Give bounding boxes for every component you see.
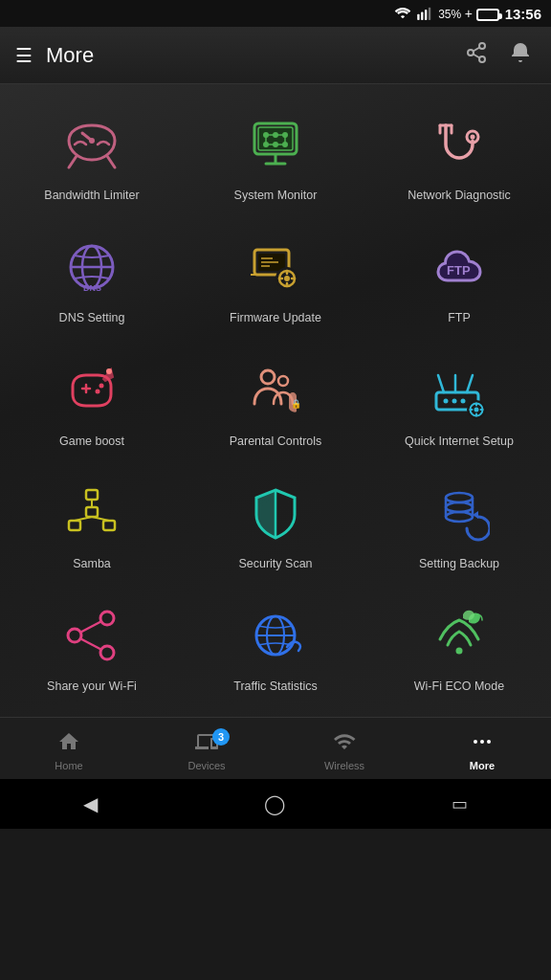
svg-line-8 xyxy=(474,47,480,51)
dns-setting-icon: DNS xyxy=(58,234,125,301)
svg-point-63 xyxy=(452,398,457,403)
android-nav-bar: ◀ ◯ ▭ xyxy=(0,779,551,829)
share-icon[interactable] xyxy=(461,37,492,74)
svg-point-28 xyxy=(471,135,475,140)
grid-item-share-wifi[interactable]: Share your Wi-Fi xyxy=(0,585,184,707)
samba-label: Samba xyxy=(73,556,111,571)
nav-item-more[interactable]: More xyxy=(413,726,551,771)
devices-badge: 3 xyxy=(212,728,230,746)
grid-item-game-boost[interactable]: Game boost xyxy=(0,340,184,462)
svg-point-52 xyxy=(99,383,104,388)
more-icon xyxy=(471,730,494,757)
more-label: More xyxy=(470,760,495,771)
svg-point-90 xyxy=(100,646,114,659)
svg-text:🔒: 🔒 xyxy=(291,398,302,410)
svg-rect-2 xyxy=(425,10,427,20)
ftp-icon: FTP xyxy=(426,234,493,301)
svg-point-44 xyxy=(284,276,290,281)
svg-line-92 xyxy=(81,639,101,650)
grid-item-traffic-statistics[interactable]: Traffic Statistics xyxy=(184,585,367,707)
quick-internet-setup-label: Quick Internet Setup xyxy=(405,434,514,449)
grid-item-network-diagnostic[interactable]: Network Diagnostic xyxy=(367,94,551,216)
back-button[interactable]: ◀ xyxy=(83,792,98,815)
notification-bell-icon[interactable] xyxy=(505,37,536,74)
ftp-label: FTP xyxy=(448,310,471,325)
svg-point-6 xyxy=(479,56,485,62)
signal-icon xyxy=(417,7,432,20)
parental-controls-icon: 🔒 xyxy=(242,357,309,424)
nav-item-home[interactable]: Home xyxy=(0,726,138,771)
system-monitor-label: System Monitor xyxy=(234,188,318,203)
svg-point-10 xyxy=(89,138,95,144)
svg-point-86 xyxy=(446,512,473,522)
svg-rect-73 xyxy=(69,521,80,530)
grid-item-firmware-update[interactable]: Firmware Update xyxy=(184,216,367,339)
traffic-statistics-label: Traffic Statistics xyxy=(233,679,318,694)
svg-point-96 xyxy=(456,648,463,655)
svg-rect-75 xyxy=(86,507,98,517)
svg-point-89 xyxy=(68,629,81,642)
network-diagnostic-icon xyxy=(426,111,493,178)
devices-label: Devices xyxy=(187,760,225,771)
game-boost-label: Game boost xyxy=(59,434,124,449)
svg-point-54 xyxy=(106,368,112,374)
svg-point-55 xyxy=(261,370,275,384)
grid-item-ftp[interactable]: FTP FTP xyxy=(367,216,551,339)
svg-text:DNS: DNS xyxy=(83,283,101,293)
features-grid: Bandwidth Limiter xyxy=(0,84,551,717)
svg-rect-0 xyxy=(417,14,419,20)
svg-point-98 xyxy=(480,740,484,744)
grid-item-parental-controls[interactable]: 🔒 Parental Controls xyxy=(184,340,367,462)
svg-rect-3 xyxy=(429,8,430,20)
svg-line-77 xyxy=(75,517,92,521)
share-wifi-label: Share your Wi-Fi xyxy=(47,679,137,694)
setting-backup-icon xyxy=(426,479,493,546)
nav-item-wireless[interactable]: Wireless xyxy=(276,726,413,771)
grid-item-wifi-eco[interactable]: Wi-Fi ECO Mode xyxy=(367,585,551,707)
samba-icon xyxy=(58,479,125,546)
share-wifi-icon xyxy=(58,602,125,669)
svg-point-83 xyxy=(446,502,473,512)
home-label: Home xyxy=(55,760,82,771)
quick-internet-setup-icon xyxy=(426,357,493,424)
grid-item-bandwidth-limiter[interactable]: Bandwidth Limiter xyxy=(0,94,184,216)
svg-line-61 xyxy=(467,375,473,392)
wireless-icon xyxy=(333,730,356,757)
nav-item-devices[interactable]: 3 Devices xyxy=(138,726,276,771)
bandwidth-limiter-label: Bandwidth Limiter xyxy=(44,188,139,203)
svg-line-78 xyxy=(92,517,109,521)
svg-point-97 xyxy=(474,740,477,744)
wifi-eco-label: Wi-Fi ECO Mode xyxy=(414,679,504,694)
parental-controls-label: Parental Controls xyxy=(230,434,322,449)
grid-item-quick-internet-setup[interactable]: Quick Internet Setup xyxy=(367,340,551,462)
svg-point-53 xyxy=(96,389,100,393)
game-boost-icon xyxy=(58,357,125,424)
traffic-statistics-icon xyxy=(242,602,309,669)
svg-rect-72 xyxy=(86,490,98,500)
clock: 13:56 xyxy=(505,6,541,22)
svg-point-88 xyxy=(100,612,114,625)
recents-button[interactable]: ▭ xyxy=(452,793,468,814)
status-bar: 35% + 13:56 xyxy=(0,0,551,27)
svg-point-56 xyxy=(278,376,288,386)
grid-item-setting-backup[interactable]: Setting Backup xyxy=(367,462,551,585)
grid-item-system-monitor[interactable]: System Monitor xyxy=(184,94,367,216)
battery-display: 35% + xyxy=(438,6,498,21)
system-monitor-icon xyxy=(242,111,309,178)
grid-item-samba[interactable]: Samba xyxy=(0,462,184,585)
security-scan-icon xyxy=(242,479,309,546)
page-title: More xyxy=(46,43,448,68)
firmware-update-icon xyxy=(242,234,309,301)
firmware-update-label: Firmware Update xyxy=(230,310,321,325)
wifi-eco-icon xyxy=(426,602,493,669)
bottom-nav: Home 3 Devices Wireless More xyxy=(0,717,551,779)
security-scan-label: Security Scan xyxy=(238,556,312,571)
home-button[interactable]: ◯ xyxy=(264,792,285,815)
top-bar: ☰ More xyxy=(0,27,551,84)
menu-icon[interactable]: ☰ xyxy=(15,46,33,65)
network-diagnostic-label: Network Diagnostic xyxy=(408,188,511,203)
grid-item-dns-setting[interactable]: DNS DNS Setting xyxy=(0,216,184,339)
grid-item-security-scan[interactable]: Security Scan xyxy=(184,462,367,585)
svg-point-64 xyxy=(461,398,466,403)
wifi-status-icon xyxy=(394,7,411,20)
